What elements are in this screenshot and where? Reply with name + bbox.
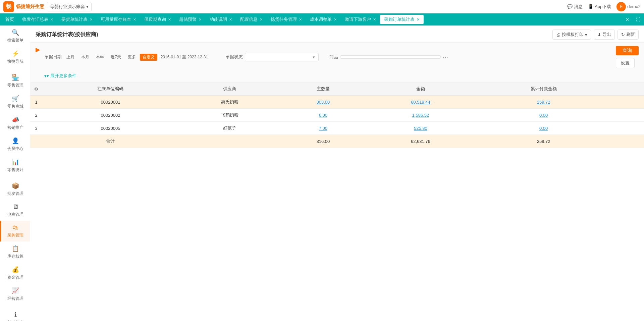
tab-cost-adjust[interactable]: 成本调整单 ✕	[306, 15, 341, 24]
date-custom-badge[interactable]: 自定义	[140, 54, 157, 61]
date-shortcuts: 上月 本月 本年 近7天 更多 自定义	[64, 54, 157, 61]
operation-icon: 📈	[12, 287, 19, 295]
nav-close-button[interactable]: ✕	[623, 15, 632, 24]
filter-date: 单据日期 上月 本月 本年 近7天 更多 自定义 2016-01-01	[44, 54, 208, 61]
message-label: 消息	[574, 4, 583, 10]
row-no: 1	[30, 96, 42, 109]
tab-close-icon[interactable]: ✕	[199, 17, 202, 22]
brand-name: 畅捷通好生意	[16, 4, 44, 10]
top-bar-left: 畅 畅捷通好生意 母婴行业演示账套 ▾	[3, 1, 92, 12]
export-icon: ⬇	[597, 32, 601, 37]
tab-close-icon[interactable]: ✕	[334, 17, 337, 22]
status-select[interactable]: ▾	[245, 53, 319, 61]
shortcut-more[interactable]: 更多	[125, 54, 139, 61]
date-from: 2016-01-01	[161, 55, 181, 59]
col-supplier-code-header: 往来单位编码	[42, 83, 179, 96]
tab-cost-adjust-label: 成本调整单	[310, 16, 332, 22]
row-paid[interactable]: 0.00	[475, 109, 612, 122]
row-amount[interactable]: 60,519.44	[366, 96, 476, 109]
app-download-action[interactable]: 📱 App下载	[588, 4, 611, 10]
sidebar-inventory-label: 库存核算	[7, 254, 23, 259]
sidebar-item-search[interactable]: 🔍 搜索菜单	[0, 25, 30, 47]
print-button[interactable]: 🖨 按模板打印 ▾	[552, 30, 591, 40]
row-amount[interactable]: 1,586.52	[366, 109, 476, 122]
sidebar-item-retail-store[interactable]: 🛒 零售商城	[0, 92, 30, 113]
sidebar-quick-nav-label: 快捷导航	[7, 59, 23, 64]
tab-pick-task[interactable]: 拣货任务管理 ✕	[267, 15, 306, 24]
message-icon: 💬	[567, 4, 573, 9]
shortcut-7days[interactable]: 近7天	[108, 54, 124, 61]
sidebar-marketing-label: 营销推广	[7, 125, 23, 130]
shortcut-last-month[interactable]: 上月	[64, 54, 77, 61]
sidebar-item-basic-info[interactable]: ℹ 基础信息	[0, 308, 30, 321]
expand-label: 展开更多条件	[50, 73, 76, 79]
row-supplier-name: 惠氏奶粉	[179, 96, 280, 109]
tab-function-desc[interactable]: 功能说明 ✕	[206, 15, 236, 24]
status-dropdown-icon: ▾	[313, 55, 315, 60]
query-button[interactable]: 查询	[616, 46, 639, 55]
tab-config-info[interactable]: 配置信息 ✕	[236, 15, 267, 24]
goods-filter-label: 商品	[329, 54, 338, 60]
expand-more-button[interactable]: ▾▾ 展开更多条件	[44, 73, 76, 79]
col-extra-header	[612, 83, 644, 96]
tab-receive-send[interactable]: 收发存汇总表 ✕	[18, 15, 57, 24]
row-quantity[interactable]: 6.00	[280, 109, 366, 122]
shortcut-this-month[interactable]: 本月	[78, 54, 92, 61]
tab-close-icon[interactable]: ✕	[133, 17, 136, 22]
sidebar-item-purchase[interactable]: 🛍 采购管理	[0, 221, 30, 242]
tab-close-icon[interactable]: ✕	[417, 17, 420, 22]
table-row: 2 00020002 飞鹤奶粉 6.00 1,586.52 0.00	[30, 109, 644, 122]
row-paid[interactable]: 259.72	[475, 96, 612, 109]
row-quantity[interactable]: 303.00	[280, 96, 366, 109]
tab-purchase-stats[interactable]: 采购订单统计表 ✕	[380, 15, 424, 24]
row-quantity[interactable]: 7.00	[280, 122, 366, 135]
tab-goods-stats[interactable]: 要货单统计表 ✕	[57, 15, 97, 24]
sidebar-item-wholesale[interactable]: 📦 批发管理	[0, 179, 30, 200]
goods-settings-icon[interactable]: ⋯	[443, 54, 448, 60]
col-supplier-name-header: 供应商	[179, 83, 280, 96]
export-button[interactable]: ⬇ 导出	[594, 30, 615, 40]
nav-expand-button[interactable]: ⛶	[633, 15, 643, 24]
sidebar-operation-label: 经营管理	[7, 296, 23, 302]
tab-close-icon[interactable]: ✕	[299, 17, 302, 22]
purchase-icon: 🛍	[12, 224, 18, 231]
shortcut-this-year[interactable]: 本年	[93, 54, 107, 61]
sidebar-item-finance[interactable]: 💰 资金管理	[0, 263, 30, 284]
tab-expiry-query[interactable]: 保质期查询 ✕	[140, 15, 175, 24]
tab-close-icon[interactable]: ✕	[50, 17, 53, 22]
sidebar-item-retail[interactable]: 🏪 零售管理	[0, 70, 30, 92]
tab-invite-downstream[interactable]: 邀请下游客户 ✕	[341, 15, 380, 24]
refresh-button[interactable]: ↻ 刷新	[618, 30, 639, 40]
sidebar-item-operation[interactable]: 📈 经营管理	[0, 284, 30, 305]
row-supplier-code: 00020005	[42, 122, 179, 135]
sidebar-item-member[interactable]: 👤 会员中心	[0, 134, 30, 155]
basic-info-icon: ℹ	[14, 311, 17, 318]
sidebar-item-quick-nav[interactable]: ⚡ 快捷导航	[0, 47, 30, 68]
message-action[interactable]: 💬 消息	[567, 4, 583, 10]
print-label: 按模板打印	[562, 32, 584, 38]
workspace-selector[interactable]: 母婴行业演示账套 ▾	[47, 2, 92, 11]
tab-close-icon[interactable]: ✕	[260, 17, 263, 22]
workspace-arrow-icon: ▾	[86, 4, 89, 9]
settings-button[interactable]: 设置	[616, 58, 635, 68]
sidebar-item-ecommerce[interactable]: 🖥 电商管理	[0, 200, 30, 221]
tab-home[interactable]: 首页	[1, 15, 18, 24]
sidebar-item-retail-stats[interactable]: 📊 零售统计	[0, 155, 30, 176]
user-area[interactable]: E demo2	[616, 2, 641, 11]
table-header: ⚙ 往来单位编码 供应商 主数量 金额 累计付款金额	[30, 83, 644, 96]
tab-close-icon[interactable]: ✕	[90, 17, 93, 22]
goods-input[interactable]	[340, 55, 441, 59]
sidebar-item-inventory[interactable]: 📋 库存核算	[0, 242, 30, 263]
filter-collapse-icon[interactable]: ▶	[36, 46, 40, 53]
tab-close-icon[interactable]: ✕	[168, 17, 171, 22]
tab-close-icon[interactable]: ✕	[373, 17, 376, 22]
col-paid-header: 累计付款金额	[475, 83, 612, 96]
col-settings-header[interactable]: ⚙	[30, 83, 42, 96]
row-amount[interactable]: 525.80	[366, 122, 476, 135]
tab-available-stock[interactable]: 可用量库存账本 ✕	[97, 15, 140, 24]
tab-close-icon[interactable]: ✕	[229, 17, 232, 22]
row-paid[interactable]: 0.00	[475, 122, 612, 135]
tab-overstock-warning[interactable]: 超储预警 ✕	[175, 15, 206, 24]
sidebar-item-marketing[interactable]: 📣 营销推广	[0, 113, 30, 134]
nav-tabs: 首页 收发存汇总表 ✕ 要货单统计表 ✕ 可用量库存账本 ✕ 保质期查询 ✕ 超…	[0, 13, 644, 25]
